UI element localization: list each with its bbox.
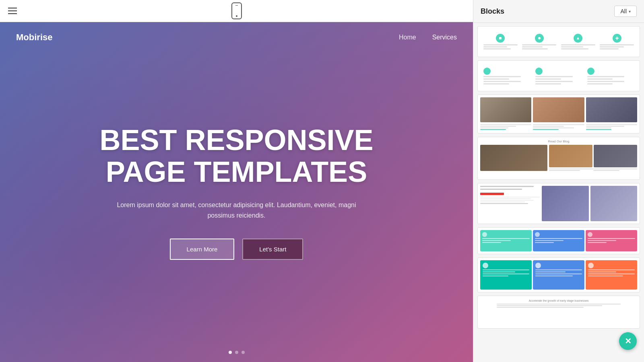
thumb1-card-2	[522, 34, 556, 49]
thumb7-line-9	[588, 269, 635, 270]
thumb3-card-3	[586, 97, 637, 131]
hero-nav: Mobirise Home Services	[0, 22, 473, 53]
block-thumb-7[interactable]	[477, 257, 640, 292]
thumb5-left	[480, 186, 540, 221]
thumb7-line-1	[483, 269, 529, 270]
thumb7-line-12	[588, 276, 623, 276]
thumb4-content: Read Our Blog	[478, 137, 640, 179]
thumb4-img-sm1	[549, 145, 592, 167]
top-bar-left	[8, 8, 17, 14]
thumb4-text-lines	[549, 169, 637, 171]
thumb8-content: Accelerate the growth of early stage bus…	[478, 296, 640, 328]
hero-section: Mobirise Home Services BEST RESPONSIVE P…	[0, 22, 473, 362]
hero-buttons: Learn More Let's Start	[170, 239, 303, 260]
thumb7-icon-1	[483, 263, 488, 268]
thumb7-icon-3	[588, 263, 594, 268]
thumb3-img-3	[586, 97, 637, 122]
filter-all-label: All	[620, 8, 627, 14]
thumb7-line-3	[483, 274, 529, 274]
nav-link-services[interactable]: Services	[432, 34, 457, 41]
blocks-panel-scroll: Read Our Blog	[473, 23, 644, 362]
thumb6-line-3	[482, 242, 501, 243]
thumb7-line-2	[483, 272, 515, 272]
thumb6-line-8	[588, 240, 616, 241]
thumb8-title-text: Accelerate the growth of early stage bus…	[529, 299, 589, 302]
thumb3-img-1	[480, 97, 531, 122]
mobile-preview-icon[interactable]	[231, 2, 242, 19]
nav-link-home[interactable]: Home	[399, 34, 416, 41]
thumb7-card-1	[480, 260, 532, 290]
block-thumb-6[interactable]	[477, 227, 640, 254]
right-panel: Blocks All ▾	[473, 0, 644, 362]
thumb7-line-7	[535, 274, 582, 274]
learn-more-button[interactable]: Learn More	[170, 239, 235, 260]
carousel-dot-1[interactable]	[229, 351, 232, 354]
top-bar	[0, 0, 473, 22]
thumb1-content	[478, 27, 640, 57]
thumb1-icon-1	[496, 34, 505, 43]
close-fab-button[interactable]: ✕	[619, 332, 637, 350]
thumb6-line-4	[535, 238, 582, 239]
thumb6-line-2	[482, 240, 511, 241]
thumb6-icon-3	[588, 232, 592, 237]
thumb6-icon-2	[535, 232, 540, 237]
block-thumb-4[interactable]: Read Our Blog	[477, 137, 640, 180]
thumb7-card-3	[586, 260, 637, 290]
thumb7-line-6	[535, 272, 566, 272]
block-thumb-8[interactable]: Accelerate the growth of early stage bus…	[477, 296, 640, 329]
thumb7-icon-2	[535, 263, 541, 268]
thumb1-icon-2	[535, 34, 544, 43]
thumb5-img-2	[590, 186, 637, 221]
thumb6-line-5	[535, 240, 564, 241]
filter-all-button[interactable]: All ▾	[614, 6, 637, 17]
thumb1-card-3	[561, 34, 595, 49]
thumb6-content	[478, 228, 640, 254]
thumb2-circle-2	[535, 68, 543, 75]
thumb5-img-1	[542, 186, 588, 221]
thumb6-card-1	[480, 230, 532, 251]
thumb7-line-10	[588, 272, 616, 272]
thumb1-icon-4	[613, 34, 621, 43]
panel-header: Blocks All ▾	[473, 0, 644, 23]
nav-links: Home Services	[399, 34, 457, 41]
thumb7-card-2	[533, 260, 584, 290]
block-thumb-5[interactable]	[477, 183, 640, 224]
thumb2-col-3	[587, 68, 634, 84]
carousel-dot-2[interactable]	[235, 351, 238, 354]
carousel-dots	[229, 351, 245, 354]
panel-title: Blocks	[481, 7, 504, 16]
thumb7-line-4	[483, 276, 508, 276]
thumb3-content	[478, 95, 640, 133]
block-thumb-3[interactable]	[477, 95, 640, 134]
lets-start-button[interactable]: Let's Start	[242, 239, 303, 260]
thumb6-card-3	[586, 230, 637, 251]
thumb3-card-2	[533, 97, 584, 131]
thumb6-line-6	[535, 242, 554, 243]
svg-point-1	[538, 37, 541, 39]
thumb4-images	[480, 145, 637, 171]
thumb5-badge	[480, 193, 504, 195]
brand-logo: Mobirise	[16, 32, 52, 43]
carousel-dot-3[interactable]	[242, 351, 245, 354]
thumb1-card-1	[483, 34, 518, 49]
block-thumb-2[interactable]	[477, 60, 640, 91]
hero-title: BEST RESPONSIVE PAGE TEMPLATES	[99, 124, 373, 188]
phone-dot	[236, 15, 237, 17]
block-thumb-1[interactable]	[477, 26, 640, 57]
thumb5-content	[478, 183, 640, 224]
hero-content: BEST RESPONSIVE PAGE TEMPLATES Lorem ips…	[0, 22, 473, 362]
svg-rect-0	[499, 37, 502, 39]
svg-marker-2	[577, 37, 579, 39]
thumb7-line-11	[588, 274, 635, 274]
filter-chevron-icon: ▾	[629, 9, 631, 14]
thumb4-header-text: Read Our Blog	[480, 140, 637, 143]
hamburger-icon[interactable]	[8, 8, 17, 14]
thumb7-line-5	[535, 269, 582, 270]
thumb4-img-large	[480, 145, 547, 171]
thumb1-icon-3	[574, 34, 582, 43]
thumb2-col-1	[483, 68, 530, 84]
main-area: Mobirise Home Services BEST RESPONSIVE P…	[0, 0, 473, 362]
thumb6-line-9	[588, 242, 607, 243]
thumb3-card-1	[480, 97, 531, 131]
thumb1-card-4	[600, 34, 634, 49]
